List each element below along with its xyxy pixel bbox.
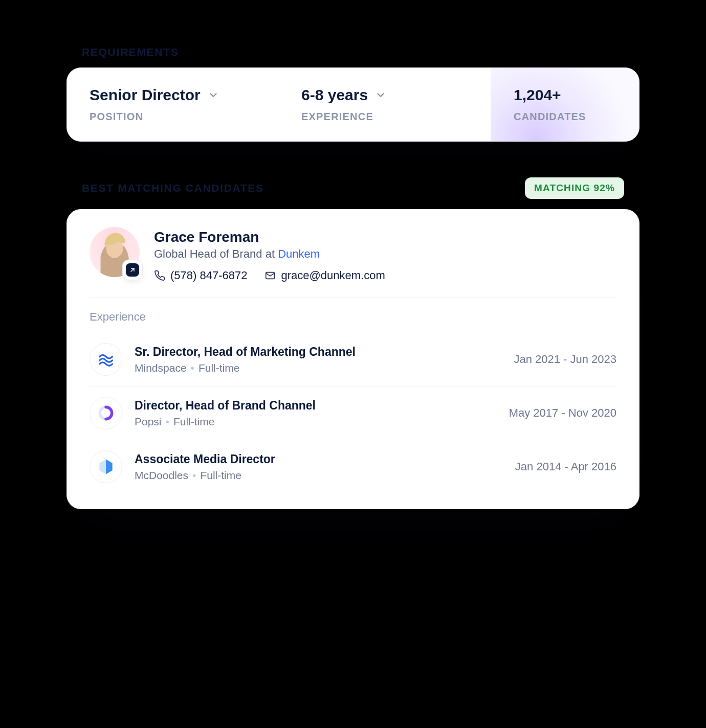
candidate-card: Grace Foreman Global Head of Brand at Du… [67,209,639,509]
candidate-role-text: Global Head of Brand at [154,247,278,260]
candidate-name: Grace Foreman [154,229,385,245]
experience-company-logo [90,450,122,483]
svg-line-1 [131,268,134,271]
company-logo-hex [97,458,115,476]
experience-item: Associate Media DirectorMcDoodles•Full-t… [90,440,616,493]
requirement-experience-label: EXPERIENCE [301,111,468,123]
experience-type: Full-time [173,416,215,427]
experience-dates: May 2017 - Nov 2020 [509,406,616,420]
requirement-position-value: Senior Director [90,86,201,104]
candidate-email-text: grace@dunkem.com [281,269,385,282]
candidate-role: Global Head of Brand at Dunkem [154,247,385,261]
open-profile-badge[interactable] [122,260,143,280]
experience-dates: Jan 2021 - Jun 2023 [514,353,616,366]
experience-label: Experience [90,310,616,324]
requirement-experience[interactable]: 6-8 years EXPERIENCE [279,68,491,141]
experience-main: Sr. Director, Head of Marketing ChannelM… [135,345,501,374]
experience-company: Mindspace [135,362,187,374]
candidate-email[interactable]: grace@dunkem.com [264,269,385,282]
section-header-row: BEST MATCHING CANDIDATES MATCHING 92% [82,177,624,199]
requirement-position-label: POSITION [90,111,256,123]
requirement-candidates-label: CANDIDATES [514,111,616,123]
avatar-wrap [90,227,140,277]
company-logo-ring [97,404,115,422]
requirement-candidates: 1,204+ CANDIDATES [491,68,639,141]
chevron-down-icon [375,89,386,101]
candidate-company-link[interactable]: Dunkem [278,247,320,260]
experience-title: Associate Media Director [135,452,503,466]
experience-company-logo [90,343,122,376]
experience-meta: McDoodles•Full-time [135,469,503,482]
company-logo-wave [97,350,115,369]
experience-company: McDoodles [135,469,188,481]
experience-company: Popsi [135,416,162,427]
candidate-phone[interactable]: (578) 847-6872 [154,269,247,282]
requirements-card: Senior Director POSITION 6-8 years EXPER… [67,67,639,142]
experience-title: Director, Head of Brand Channel [135,399,497,413]
experience-meta: Mindspace•Full-time [135,362,501,374]
experience-main: Associate Media DirectorMcDoodles•Full-t… [135,452,503,482]
section-label-best-matching: BEST MATCHING CANDIDATES [82,182,264,194]
requirement-position[interactable]: Senior Director POSITION [67,68,279,141]
experience-item: Director, Head of Brand ChannelPopsi•Ful… [90,386,616,440]
chevron-down-icon [208,89,219,101]
candidate-header: Grace Foreman Global Head of Brand at Du… [90,227,616,282]
experience-title: Sr. Director, Head of Marketing Channel [135,345,501,359]
section-label-requirements: REQUIREMENTS [82,46,639,58]
candidate-phone-text: (578) 847-6872 [170,269,247,282]
experience-list: Sr. Director, Head of Marketing ChannelM… [90,333,616,493]
divider [90,298,616,298]
requirement-candidates-value: 1,204+ [514,86,561,104]
requirement-experience-value: 6-8 years [301,86,368,104]
mail-icon [264,270,276,281]
experience-meta: Popsi•Full-time [135,416,497,428]
experience-company-logo [90,397,122,429]
candidate-contacts: (578) 847-6872 grace@dunkem.com [154,269,385,282]
experience-dates: Jan 2014 - Apr 2016 [515,460,616,473]
arrow-up-right-icon [129,266,136,274]
experience-main: Director, Head of Brand ChannelPopsi•Ful… [135,399,497,428]
experience-type: Full-time [200,469,241,481]
match-badge: MATCHING 92% [525,177,624,199]
experience-item: Sr. Director, Head of Marketing ChannelM… [90,333,616,386]
experience-type: Full-time [198,362,240,374]
candidate-info: Grace Foreman Global Head of Brand at Du… [154,227,385,282]
phone-icon [154,270,165,281]
